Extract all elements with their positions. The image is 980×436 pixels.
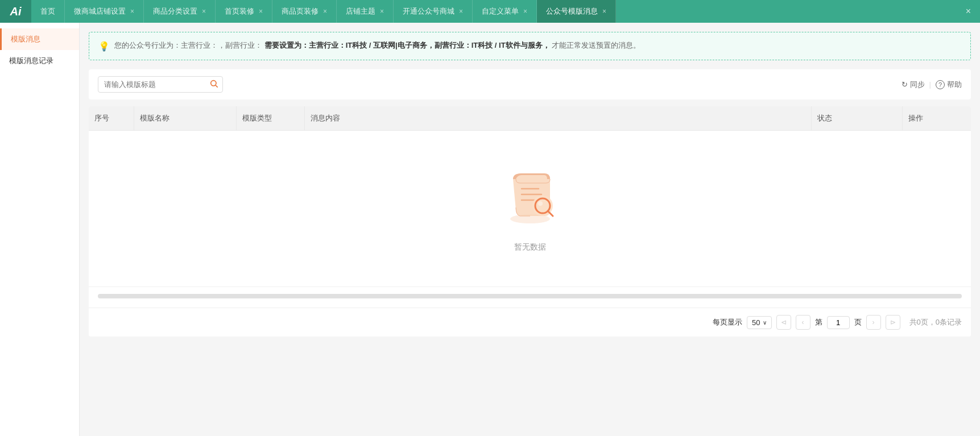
notice-prefix: 您的公众号行业为：主营行业：，副营行业：: [114, 41, 262, 49]
nav-item-home-decoration[interactable]: 首页装修×: [216, 0, 272, 23]
svg-point-9: [538, 201, 543, 206]
nav-close-open-mall[interactable]: ×: [459, 7, 463, 15]
page-size-label: 每页显示: [713, 317, 742, 327]
table-header-status: 状态: [812, 106, 903, 130]
table-header-action: 操作: [903, 106, 971, 130]
logo-area: Ai: [0, 0, 31, 23]
nav-item-product-decoration[interactable]: 商品页装修×: [272, 0, 337, 23]
nav-item-store-theme[interactable]: 店铺主题×: [337, 0, 394, 23]
nav-close-product-decoration[interactable]: ×: [323, 7, 327, 15]
nav-item-shop-settings[interactable]: 微商城店铺设置×: [65, 0, 144, 23]
page-label: 页: [854, 317, 862, 327]
horizontal-scrollbar[interactable]: [98, 294, 962, 298]
nav-item-template-msg[interactable]: 公众号模版消息×: [537, 0, 616, 23]
sync-button[interactable]: ↻ 同步: [902, 80, 925, 90]
sidebar-item-template-msg-record[interactable]: 模版消息记录: [0, 50, 79, 72]
top-nav: Ai 首页微商城店铺设置×商品分类设置×首页装修×商品页装修×店铺主题×开通公众…: [0, 0, 980, 23]
pagination: 每页显示 50 ∨ ⊲ ‹ 第 页 › ⊳ 共0页，0条记录: [89, 308, 971, 337]
toolbar-divider: |: [929, 80, 931, 89]
page-size-selector[interactable]: 50 ∨: [747, 316, 771, 329]
empty-illustration: [496, 165, 564, 233]
sidebar: 模版消息模版消息记录: [0, 23, 80, 436]
nav-item-open-mall[interactable]: 开通公众号商城×: [394, 0, 473, 23]
search-bar: ↻ 同步 | ? 帮助: [89, 69, 971, 99]
search-input[interactable]: [98, 76, 223, 93]
table-header: 序号模版名称模版类型消息内容状态操作: [89, 106, 971, 131]
first-page-button[interactable]: ⊲: [776, 315, 791, 330]
nav-item-home[interactable]: 首页: [31, 0, 65, 23]
svg-line-1: [216, 85, 218, 88]
page-number-input[interactable]: [827, 316, 850, 329]
sidebar-item-template-msg[interactable]: 模版消息: [0, 28, 79, 50]
notice-text: 您的公众号行业为：主营行业：，副营行业： 需要设置为：主营行业：IT科技 / 互…: [114, 40, 640, 51]
nav-close-home-decoration[interactable]: ×: [259, 7, 263, 15]
help-icon: ?: [936, 80, 945, 89]
notice-suffix: 才能正常发送预置的消息。: [552, 41, 640, 49]
content-area: 💡 您的公众号行业为：主营行业：，副营行业： 需要设置为：主营行业：IT科技 /…: [80, 23, 980, 436]
help-button[interactable]: ? 帮助: [936, 80, 962, 90]
close-all-button[interactable]: ×: [957, 0, 980, 23]
help-label: 帮助: [947, 80, 962, 90]
search-input-wrapper: [98, 76, 223, 93]
chevron-down-icon: ∨: [763, 319, 767, 326]
nav-close-category-settings[interactable]: ×: [202, 7, 206, 15]
empty-state: 暂无数据: [89, 131, 971, 286]
total-text: 共0页，0条记录: [909, 317, 962, 327]
search-button[interactable]: [209, 79, 218, 90]
next-page-button[interactable]: ›: [866, 315, 881, 330]
page-size-value: 50: [752, 318, 760, 327]
sync-label: 同步: [910, 80, 925, 90]
notice-highlight: 需要设置为：主营行业：IT科技 / 互联网|电子商务，副营行业：IT科技 / I…: [264, 41, 550, 49]
svg-point-0: [211, 80, 216, 85]
prev-page-button[interactable]: ‹: [796, 315, 811, 330]
page-di-label: 第: [815, 317, 822, 327]
table-header-content: 消息内容: [305, 106, 812, 130]
toolbar-right: ↻ 同步 | ? 帮助: [902, 80, 962, 90]
table-container: 序号模版名称模版类型消息内容状态操作: [89, 106, 971, 337]
table-header-index: 序号: [89, 106, 134, 130]
notice-box: 💡 您的公众号行业为：主营行业：，副营行业： 需要设置为：主营行业：IT科技 /…: [89, 32, 971, 60]
nav-close-store-theme[interactable]: ×: [380, 7, 384, 15]
nav-close-custom-menu[interactable]: ×: [523, 7, 527, 15]
table-header-type: 模版类型: [237, 106, 305, 130]
logo-text: Ai: [10, 5, 22, 18]
notice-icon: 💡: [98, 41, 110, 52]
table-header-name: 模版名称: [134, 106, 237, 130]
scrollbar-area: [89, 286, 971, 308]
nav-close-template-msg[interactable]: ×: [602, 7, 606, 15]
main-layout: 模版消息模版消息记录 💡 您的公众号行业为：主营行业：，副营行业： 需要设置为：…: [0, 23, 980, 436]
nav-item-custom-menu[interactable]: 自定义菜单×: [473, 0, 537, 23]
nav-item-category-settings[interactable]: 商品分类设置×: [144, 0, 216, 23]
last-page-button[interactable]: ⊳: [886, 315, 900, 330]
nav-close-shop-settings[interactable]: ×: [130, 7, 134, 15]
sync-icon: ↻: [902, 80, 908, 89]
empty-text: 暂无数据: [514, 242, 546, 252]
